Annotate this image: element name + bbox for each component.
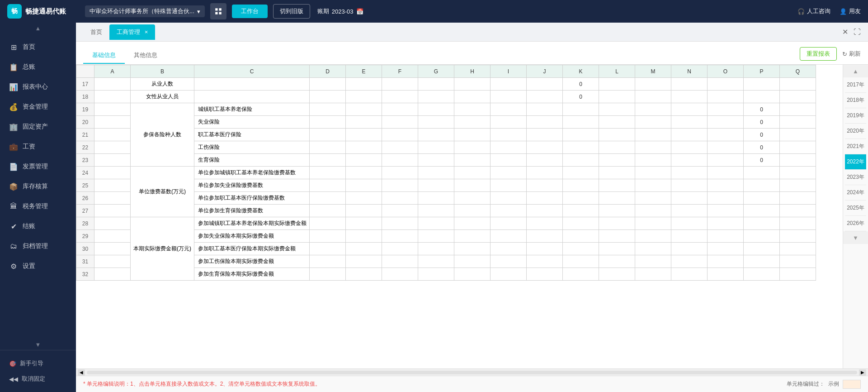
cell-a[interactable] [94, 268, 131, 281]
cell-o[interactable] [708, 103, 744, 116]
sidebar-item-ledger[interactable]: 📋 总账 [0, 57, 76, 77]
cell-g[interactable] [418, 179, 454, 192]
cell-c[interactable]: 单位参加失业保险缴费基数 [194, 179, 310, 192]
cell-h[interactable] [454, 91, 491, 103]
cell-p[interactable]: 0 [744, 103, 780, 116]
cell-o[interactable] [708, 78, 744, 91]
cell-e[interactable] [346, 255, 382, 268]
cell-d[interactable] [310, 205, 346, 217]
cell-p[interactable] [744, 192, 780, 205]
cell-j[interactable] [527, 268, 563, 281]
cell-k[interactable] [563, 230, 599, 243]
cell-c[interactable]: 失业保险 [194, 116, 310, 129]
cell-a[interactable] [94, 192, 131, 205]
cell-p[interactable] [744, 78, 780, 91]
cell-e[interactable] [346, 154, 382, 167]
cell-i[interactable] [491, 103, 527, 116]
year-item[interactable]: 2021年 [845, 139, 866, 154]
cell-e[interactable] [346, 129, 382, 141]
cell-m[interactable] [635, 205, 671, 217]
cell-q[interactable] [780, 230, 816, 243]
cell-d[interactable] [310, 154, 346, 167]
cell-n[interactable] [671, 167, 708, 179]
cell-c[interactable]: 单位参加职工基本医疗保险缴费基数 [194, 192, 310, 205]
year-panel-scroll-up[interactable]: ▲ [843, 65, 868, 77]
cell-j[interactable] [527, 167, 563, 179]
cell-i[interactable] [491, 91, 527, 103]
cell-f[interactable] [382, 116, 418, 129]
cell-j[interactable] [527, 91, 563, 103]
cell-p[interactable] [744, 243, 780, 255]
cell-c[interactable]: 参加城镇职工基本养老保险本期实际缴费金额 [194, 217, 310, 230]
cell-c[interactable]: 参加职工基本医疗保险本期实际缴费金额 [194, 243, 310, 255]
cell-q[interactable] [780, 116, 816, 129]
cell-l[interactable] [599, 116, 635, 129]
sidebar-item-invoices[interactable]: 📄 发票管理 [0, 157, 76, 177]
new-user-guide[interactable]: 🎯 新手引导 [9, 356, 67, 371]
cell-d[interactable] [310, 255, 346, 268]
cell-p[interactable] [744, 205, 780, 217]
cell-a[interactable] [94, 116, 131, 129]
cell-f[interactable] [382, 179, 418, 192]
sidebar-item-payroll[interactable]: 💼 工资 [0, 137, 76, 157]
cell-g[interactable] [418, 230, 454, 243]
year-item[interactable]: 2023年 [845, 170, 866, 185]
cell-m[interactable] [635, 268, 671, 281]
year-item[interactable]: 2026年 [845, 216, 866, 231]
cell-n[interactable] [671, 91, 708, 103]
cell-g[interactable] [418, 192, 454, 205]
cell-k[interactable] [563, 141, 599, 154]
cell-g[interactable] [418, 78, 454, 91]
cell-q[interactable] [780, 154, 816, 167]
horizontal-scrollbar[interactable]: ◀ ▶ [76, 368, 868, 376]
cell-q[interactable] [780, 217, 816, 230]
cell-o[interactable] [708, 116, 744, 129]
cell-i[interactable] [491, 192, 527, 205]
cell-i[interactable] [491, 268, 527, 281]
cell-o[interactable] [708, 91, 744, 103]
user-menu[interactable]: 👤 用友 [840, 7, 861, 15]
cell-m[interactable] [635, 230, 671, 243]
cell-a[interactable] [94, 205, 131, 217]
cell-m[interactable] [635, 116, 671, 129]
cell-h[interactable] [454, 217, 491, 230]
cell-q[interactable] [780, 91, 816, 103]
cell-g[interactable] [418, 154, 454, 167]
cell-c[interactable]: 参加工伤保险本期实际缴费金额 [194, 255, 310, 268]
sidebar-item-tax[interactable]: 🏛 税务管理 [0, 196, 76, 216]
cell-e[interactable] [346, 192, 382, 205]
cell-q[interactable] [780, 243, 816, 255]
cell-l[interactable] [599, 205, 635, 217]
cell-f[interactable] [382, 141, 418, 154]
sidebar-item-closing[interactable]: ✔ 结账 [0, 216, 76, 236]
cell-h[interactable] [454, 179, 491, 192]
cell-e[interactable] [346, 268, 382, 281]
cell-e[interactable] [346, 116, 382, 129]
cell-m[interactable] [635, 243, 671, 255]
cell-m[interactable] [635, 141, 671, 154]
cell-c[interactable] [194, 91, 310, 103]
cell-k[interactable] [563, 205, 599, 217]
cell-b-category[interactable]: 参保各险种人数 [131, 103, 194, 167]
tab-business[interactable]: 工商管理 × [109, 24, 155, 40]
cell-m[interactable] [635, 217, 671, 230]
cell-g[interactable] [418, 116, 454, 129]
cell-a[interactable] [94, 141, 131, 154]
cell-g[interactable] [418, 103, 454, 116]
cell-l[interactable] [599, 243, 635, 255]
cell-o[interactable] [708, 243, 744, 255]
cell-n[interactable] [671, 116, 708, 129]
cell-h[interactable] [454, 243, 491, 255]
cell-i[interactable] [491, 243, 527, 255]
sidebar-item-assets[interactable]: 🏢 固定资产 [0, 117, 76, 137]
sidebar-item-funds[interactable]: 💰 资金管理 [0, 97, 76, 117]
reset-report-button[interactable]: 重置报表 [800, 47, 837, 61]
cell-h[interactable] [454, 78, 491, 91]
cell-i[interactable] [491, 78, 527, 91]
cell-l[interactable] [599, 192, 635, 205]
cell-e[interactable] [346, 205, 382, 217]
cell-j[interactable] [527, 205, 563, 217]
cell-a[interactable] [94, 78, 131, 91]
cell-p[interactable]: 0 [744, 141, 780, 154]
cell-b-category[interactable]: 女性从业人员 [131, 91, 194, 103]
